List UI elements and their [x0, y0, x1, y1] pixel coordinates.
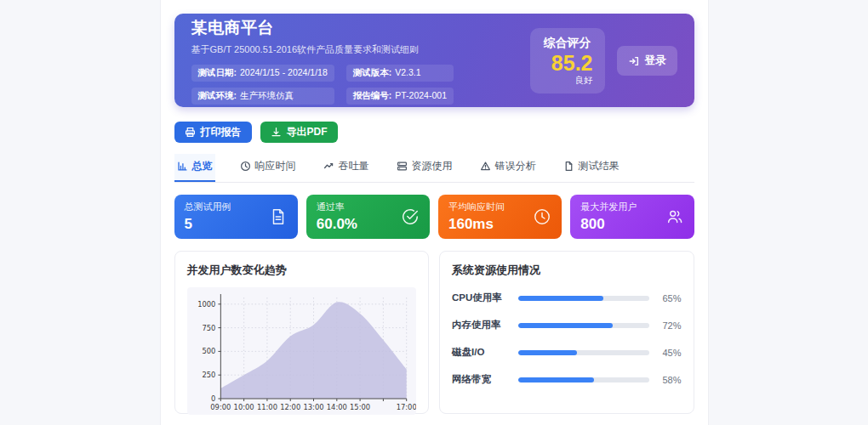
meta-test-env: 测试环境:生产环境仿真 — [191, 88, 334, 105]
progress-fill — [518, 323, 613, 328]
detail-panels: 并发用户数变化趋势 0250500750100009:0010:0011:001… — [174, 251, 694, 414]
concurrency-chart: 0250500750100009:0010:0011:0012:0013:001… — [187, 289, 417, 415]
svg-text:09:00: 09:00 — [210, 403, 231, 411]
login-label: 登录 — [645, 54, 666, 68]
concurrency-chart-box: 0250500750100009:0010:0011:0012:0013:001… — [187, 287, 417, 415]
resource-row-cpu: CPU使用率 65% — [452, 292, 682, 304]
chart-bar-icon — [177, 161, 188, 172]
login-button[interactable]: 登录 — [617, 46, 677, 76]
svg-text:11:00: 11:00 — [256, 403, 277, 411]
login-icon — [628, 55, 640, 67]
svg-text:12:00: 12:00 — [280, 403, 300, 411]
score-label: 综合评分 — [542, 36, 593, 51]
stat-label: 通过率 — [317, 201, 357, 213]
overall-score-box: 综合评分 85.2 良好 — [530, 28, 605, 94]
svg-text:500: 500 — [202, 347, 215, 355]
stat-label: 最大并发用户 — [580, 201, 637, 213]
svg-text:750: 750 — [202, 324, 215, 332]
score-value: 85.2 — [542, 51, 593, 76]
tab-overview[interactable]: 总览 — [174, 154, 215, 182]
report-tabs: 总览 响应时间 吞吐量 资源使用 错误分析 — [174, 154, 694, 183]
concurrency-chart-title: 并发用户数变化趋势 — [187, 263, 417, 278]
resource-label: CPU使用率 — [452, 292, 510, 304]
page-title: 某电商平台 — [191, 17, 454, 39]
clock-icon — [240, 161, 251, 172]
stat-max-concurrent-users: 最大并发用户 800 — [570, 195, 694, 239]
stat-pass-rate: 通过率 60.0% — [306, 195, 430, 239]
check-circle-icon — [401, 207, 420, 226]
progress-track — [518, 350, 649, 355]
svg-text:10:00: 10:00 — [233, 403, 254, 411]
users-icon — [665, 207, 684, 226]
progress-fill — [518, 377, 594, 382]
resource-percent: 58% — [658, 375, 682, 385]
report-page: 某电商平台 基于GB/T 25000.51-2016软件产品质量要求和测试细则 … — [160, 0, 709, 425]
resource-label: 内存使用率 — [452, 319, 510, 332]
progress-track — [518, 323, 649, 328]
clock-icon — [533, 207, 551, 226]
resource-percent: 65% — [658, 293, 682, 303]
score-grade: 良好 — [542, 75, 593, 87]
stat-value: 800 — [580, 216, 637, 233]
file-text-icon — [269, 207, 288, 226]
svg-text:14:00: 14:00 — [326, 403, 346, 411]
tab-resource-usage[interactable]: 资源使用 — [394, 154, 455, 182]
print-report-button[interactable]: 打印报告 — [174, 122, 252, 143]
stat-avg-response-time: 平均响应时间 160ms — [438, 195, 562, 239]
resource-rows: CPU使用率 65% 内存使用率 72% 磁盘I/O 45% 网络带宽 — [452, 292, 682, 386]
stat-value: 5 — [185, 216, 231, 233]
download-icon — [271, 127, 282, 138]
tab-error-analysis[interactable]: 错误分析 — [477, 154, 539, 182]
tab-test-results[interactable]: 测试结果 — [561, 154, 622, 182]
svg-text:13:00: 13:00 — [303, 403, 323, 411]
action-buttons: 打印报告 导出PDF — [174, 122, 694, 143]
file-icon — [563, 161, 574, 172]
print-report-label: 打印报告 — [201, 125, 242, 139]
resource-percent: 45% — [658, 348, 682, 358]
meta-test-date: 测试日期:2024/1/15 - 2024/1/18 — [191, 65, 334, 82]
meta-test-version: 测试版本:V2.3.1 — [346, 65, 454, 82]
trend-icon — [323, 161, 334, 172]
report-banner: 某电商平台 基于GB/T 25000.51-2016软件产品质量要求和测试细则 … — [174, 14, 694, 107]
alert-triangle-icon — [480, 161, 491, 172]
export-pdf-button[interactable]: 导出PDF — [260, 122, 338, 143]
server-icon — [397, 161, 408, 172]
export-pdf-label: 导出PDF — [287, 125, 328, 139]
resource-panel-title: 系统资源使用情况 — [452, 263, 682, 278]
progress-track — [518, 296, 649, 301]
stat-label: 平均响应时间 — [448, 201, 505, 213]
svg-text:15:00: 15:00 — [350, 403, 370, 411]
progress-fill — [518, 296, 603, 301]
tab-response-time[interactable]: 响应时间 — [237, 154, 299, 182]
resource-label: 磁盘I/O — [452, 346, 510, 359]
concurrency-trend-panel: 并发用户数变化趋势 0250500750100009:0010:0011:001… — [174, 251, 430, 414]
resource-percent: 72% — [658, 320, 682, 331]
svg-text:250: 250 — [202, 371, 215, 379]
svg-text:0: 0 — [211, 394, 215, 403]
printer-icon — [185, 127, 196, 138]
stat-value: 160ms — [448, 216, 505, 233]
banner-right: 综合评分 85.2 良好 登录 — [530, 28, 677, 94]
progress-track — [518, 377, 649, 382]
stat-total-cases: 总测试用例 5 — [174, 195, 298, 239]
stat-value: 60.0% — [317, 216, 357, 233]
banner-info: 某电商平台 基于GB/T 25000.51-2016软件产品质量要求和测试细则 … — [191, 17, 454, 105]
stat-label: 总测试用例 — [185, 201, 231, 213]
page-subtitle: 基于GB/T 25000.51-2016软件产品质量要求和测试细则 — [191, 43, 454, 56]
resource-row-memory: 内存使用率 72% — [452, 319, 682, 332]
resource-row-disk-io: 磁盘I/O 45% — [452, 346, 682, 359]
svg-text:17:00: 17:00 — [396, 403, 416, 411]
meta-report-no: 报告编号:PT-2024-001 — [346, 88, 454, 105]
resource-row-network: 网络带宽 58% — [452, 373, 682, 386]
stat-cards: 总测试用例 5 通过率 60.0% 平均响应时间 160ms — [174, 195, 694, 239]
svg-text:1000: 1000 — [197, 300, 215, 309]
tab-throughput[interactable]: 吞吐量 — [321, 154, 372, 182]
resource-label: 网络带宽 — [452, 373, 510, 386]
progress-fill — [518, 350, 577, 355]
resource-usage-panel: 系统资源使用情况 CPU使用率 65% 内存使用率 72% 磁盘I/O 45% — [439, 251, 694, 414]
report-meta: 测试日期:2024/1/15 - 2024/1/18 测试版本:V2.3.1 测… — [191, 65, 454, 105]
